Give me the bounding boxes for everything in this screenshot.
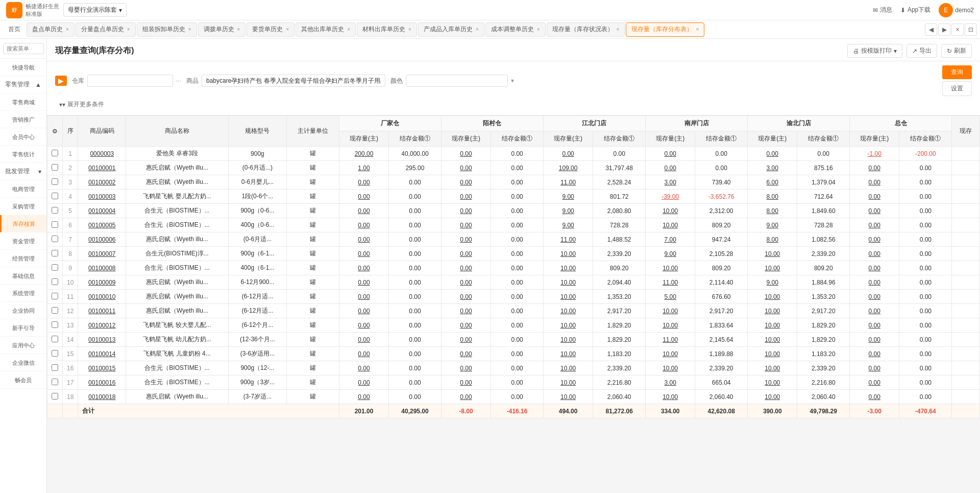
close-icon[interactable]: × bbox=[286, 27, 289, 32]
cell-yb-qty[interactable]: 3.00 bbox=[748, 161, 797, 175]
cell-check[interactable] bbox=[47, 175, 63, 190]
tab-prev-btn[interactable]: ◀ bbox=[925, 24, 937, 36]
cell-code[interactable]: 00100007 bbox=[78, 247, 126, 261]
close-icon[interactable]: × bbox=[188, 27, 191, 32]
cell-f-qty[interactable]: 0.00 bbox=[339, 247, 388, 261]
cell-na-qty[interactable]: 10.00 bbox=[645, 218, 695, 232]
cell-yb-qty[interactable]: 10.00 bbox=[748, 333, 797, 347]
goods-input[interactable] bbox=[202, 75, 385, 87]
cell-m-qty[interactable]: 0.00 bbox=[441, 361, 491, 375]
cell-na-qty[interactable]: 10.00 bbox=[645, 347, 695, 361]
th-settings[interactable]: ⚙ bbox=[47, 116, 63, 147]
cell-yb-qty[interactable]: 10.00 bbox=[748, 318, 797, 333]
tab-fenpandian[interactable]: 分量盘点单历史 × bbox=[76, 22, 136, 37]
tab-diaopai[interactable]: 调拨单历史 × bbox=[198, 22, 246, 37]
cell-na-qty[interactable]: 10.00 bbox=[645, 390, 695, 404]
cell-code[interactable]: 00100018 bbox=[78, 390, 126, 404]
cell-m-qty[interactable]: 0.00 bbox=[441, 247, 491, 261]
sidebar-item-retail-stats[interactable]: 零售统计 bbox=[0, 146, 46, 163]
cell-m-qty[interactable]: 0.00 bbox=[441, 375, 491, 390]
cell-jb-qty[interactable]: 11.00 bbox=[543, 175, 593, 190]
cell-z-qty[interactable]: 0.00 bbox=[850, 304, 899, 318]
cell-code[interactable]: 00100009 bbox=[78, 275, 126, 290]
cell-na-qty[interactable]: 11.00 bbox=[645, 333, 695, 347]
cell-na-qty[interactable]: 3.00 bbox=[645, 175, 695, 190]
cell-yb-qty[interactable]: 9.00 bbox=[748, 218, 797, 232]
cell-na-qty[interactable]: 10.00 bbox=[645, 318, 695, 333]
cell-check[interactable] bbox=[47, 361, 63, 375]
cell-check[interactable] bbox=[47, 161, 63, 175]
cell-f-qty[interactable]: 0.00 bbox=[339, 190, 388, 204]
cell-jb-qty[interactable]: 11.00 bbox=[543, 232, 593, 247]
cell-code[interactable]: 00100016 bbox=[78, 375, 126, 390]
export-btn[interactable]: ↗ 导出 bbox=[906, 44, 937, 58]
cell-z-qty[interactable]: 0.00 bbox=[850, 275, 899, 290]
cell-f-qty[interactable]: 0.00 bbox=[339, 333, 388, 347]
cell-z-qty[interactable]: 0.00 bbox=[850, 318, 899, 333]
cell-f-qty[interactable]: 0.00 bbox=[339, 361, 388, 375]
close-icon[interactable]: × bbox=[696, 27, 699, 32]
cell-code[interactable]: 00100004 bbox=[78, 204, 126, 218]
cell-na-qty[interactable]: 10.00 bbox=[645, 261, 695, 275]
cell-code[interactable]: 00100001 bbox=[78, 161, 126, 175]
cell-jb-qty[interactable]: 10.00 bbox=[543, 347, 593, 361]
cell-z-qty[interactable]: 0.00 bbox=[850, 247, 899, 261]
cell-na-qty[interactable]: 7.00 bbox=[645, 232, 695, 247]
tab-chanpin[interactable]: 产成品入库单历史 × bbox=[418, 22, 484, 37]
sidebar-item-basic[interactable]: 基础信息 bbox=[0, 267, 46, 285]
sidebar-item-vip[interactable]: 畅会员 bbox=[0, 371, 46, 389]
industry-selector[interactable]: 母婴行业演示陈套 ▾ bbox=[63, 3, 127, 17]
cell-m-qty[interactable]: 0.00 bbox=[441, 333, 491, 347]
cell-z-qty[interactable]: 0.00 bbox=[850, 218, 899, 232]
sidebar-item-ecommerce[interactable]: 电商管理 bbox=[0, 180, 46, 198]
cell-z-qty[interactable]: 0.00 bbox=[850, 190, 899, 204]
warehouse-input[interactable] bbox=[87, 75, 173, 87]
print-btn[interactable]: 🖨 按模版打印 ▾ bbox=[847, 44, 902, 58]
cell-check[interactable] bbox=[47, 390, 63, 404]
cell-z-qty[interactable]: 0.00 bbox=[850, 390, 899, 404]
cell-f-qty[interactable]: 0.00 bbox=[339, 275, 388, 290]
cell-check[interactable] bbox=[47, 190, 63, 204]
cell-na-qty[interactable]: 9.00 bbox=[645, 247, 695, 261]
cell-yb-qty[interactable]: 0.00 bbox=[748, 147, 797, 161]
cell-code[interactable]: 00100002 bbox=[78, 175, 126, 190]
cell-z-qty[interactable]: 0.00 bbox=[850, 347, 899, 361]
app-download-action[interactable]: ⬇ App下载 bbox=[900, 6, 930, 14]
cell-jb-qty[interactable]: 0.00 bbox=[543, 147, 593, 161]
cell-m-qty[interactable]: 0.00 bbox=[441, 161, 491, 175]
cell-jb-qty[interactable]: 9.00 bbox=[543, 218, 593, 232]
tab-pandian[interactable]: 盘点单历史 × bbox=[27, 22, 75, 37]
cell-code[interactable]: 0000003 bbox=[78, 147, 126, 161]
sidebar-item-marketing[interactable]: 营销推广 bbox=[0, 111, 46, 128]
cell-m-qty[interactable]: 0.00 bbox=[441, 232, 491, 247]
close-icon[interactable]: × bbox=[237, 27, 240, 32]
cell-na-qty[interactable]: 0.00 bbox=[645, 161, 695, 175]
tab-qita[interactable]: 其他出库单历史 × bbox=[296, 22, 356, 37]
cell-f-qty[interactable]: 0.00 bbox=[339, 375, 388, 390]
cell-m-qty[interactable]: 0.00 bbox=[441, 347, 491, 361]
cell-jb-qty[interactable]: 10.00 bbox=[543, 247, 593, 261]
cell-yb-qty[interactable]: 8.00 bbox=[748, 232, 797, 247]
cell-f-qty[interactable]: 1.00 bbox=[339, 161, 388, 175]
sidebar-item-guide[interactable]: 新手引导 bbox=[0, 319, 46, 337]
close-icon[interactable]: × bbox=[476, 27, 479, 32]
cell-f-qty[interactable]: 0.00 bbox=[339, 347, 388, 361]
tab-home[interactable]: 首页 bbox=[3, 22, 26, 37]
cell-z-qty[interactable]: 0.00 bbox=[850, 361, 899, 375]
cell-code[interactable]: 00100005 bbox=[78, 218, 126, 232]
cell-check[interactable] bbox=[47, 147, 63, 161]
cell-z-qty[interactable]: 0.00 bbox=[850, 232, 899, 247]
cell-check[interactable] bbox=[47, 275, 63, 290]
cell-jb-qty[interactable]: 10.00 bbox=[543, 333, 593, 347]
cell-check[interactable] bbox=[47, 347, 63, 361]
cell-m-qty[interactable]: 0.00 bbox=[441, 290, 491, 304]
cell-check[interactable] bbox=[47, 204, 63, 218]
cell-f-qty[interactable]: 0.00 bbox=[339, 304, 388, 318]
cell-check[interactable] bbox=[47, 218, 63, 232]
cell-jb-qty[interactable]: 10.00 bbox=[543, 275, 593, 290]
sidebar-item-member[interactable]: 会员中心 bbox=[0, 128, 46, 146]
cell-f-qty[interactable]: 0.00 bbox=[339, 290, 388, 304]
tab-chengben[interactable]: 成本调整单历史 × bbox=[485, 22, 546, 37]
cell-yb-qty[interactable]: 8.00 bbox=[748, 190, 797, 204]
close-icon[interactable]: × bbox=[617, 27, 620, 32]
